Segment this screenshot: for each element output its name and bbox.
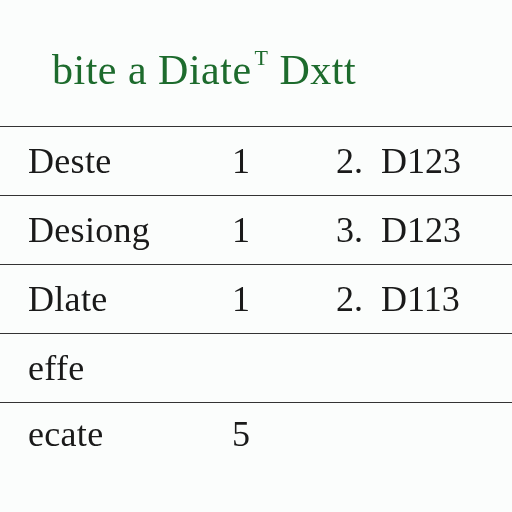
row-value-1: 5 — [232, 413, 336, 455]
document-title: bite a DiateT Dxtt — [52, 46, 502, 94]
row-label: effe — [0, 347, 232, 389]
data-table: Deste 1 2. D123 Desiong 1 3. D123 Dlate … — [0, 126, 512, 465]
title-part-2: Dxtt — [269, 47, 357, 93]
row-value-2: 2. D123 — [336, 140, 512, 182]
row-value-2: 3. D123 — [336, 209, 512, 251]
row-label: Dlate — [0, 278, 232, 320]
table-row: Deste 1 2. D123 — [0, 127, 512, 195]
row-label: Deste — [0, 140, 232, 182]
table-row: ecate 5 — [0, 403, 512, 465]
title-superscript: T — [255, 45, 269, 70]
row-value-1: 1 — [232, 278, 336, 320]
table-row: Desiong 1 3. D123 — [0, 196, 512, 264]
table-row: effe — [0, 334, 512, 402]
title-part-1: bite a Diate — [52, 47, 252, 93]
table-row: Dlate 1 2. D113 — [0, 265, 512, 333]
row-label: Desiong — [0, 209, 232, 251]
row-label: ecate — [0, 413, 232, 455]
row-value-1: 1 — [232, 209, 336, 251]
row-value-1: 1 — [232, 140, 336, 182]
row-value-2: 2. D113 — [336, 278, 512, 320]
